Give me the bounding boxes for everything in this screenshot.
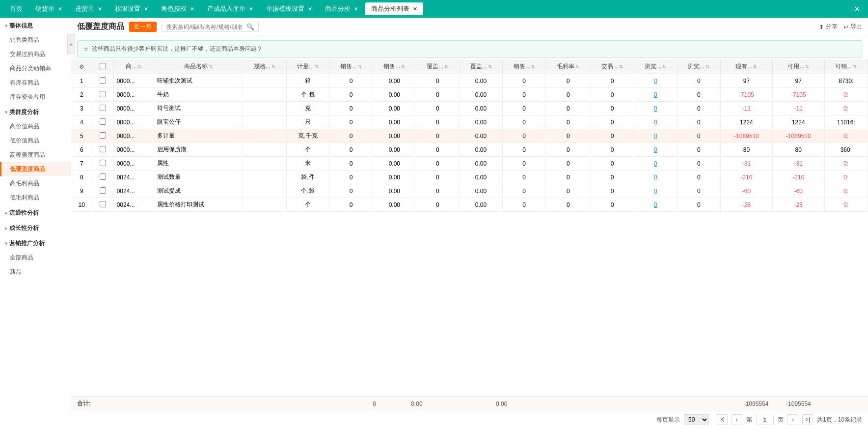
sidebar-section-marketing[interactable]: ▾ 营销推广分析 (0, 235, 71, 251)
row-current-stock: -7105 (720, 88, 772, 102)
col-checkbox[interactable] (92, 59, 113, 74)
row-no: 2 (71, 88, 92, 102)
sidebar-item-low-coverage[interactable]: 低覆盖度商品 (0, 162, 71, 176)
row-browse1[interactable]: 0 (634, 88, 677, 102)
col-settings[interactable]: ⚙ (71, 59, 92, 74)
sidebar-item-traded-goods[interactable]: 交易过的商品 (0, 47, 71, 61)
share-button[interactable]: ⬆ 分享 (819, 23, 838, 31)
row-cover2: 0.00 (459, 129, 502, 143)
col-sales-count[interactable]: 销售...⇅ (503, 59, 546, 74)
col-saleable[interactable]: 可销...⇅ (824, 59, 868, 74)
close-icon[interactable]: ✕ (58, 6, 62, 12)
prev-page-button[interactable]: ‹ (732, 414, 742, 425)
export-button[interactable]: ↩ 导出 (843, 23, 862, 31)
nav-item-perms[interactable]: 权限设置 ✕ (109, 2, 154, 15)
col-sales-qty[interactable]: 销售...⇅ (329, 59, 373, 74)
row-browse1[interactable]: 0 (634, 198, 677, 212)
page-input[interactable] (756, 415, 774, 425)
row-checkbox[interactable] (92, 88, 113, 102)
sidebar-section-flow[interactable]: ▸ 流通性分析 (0, 205, 71, 220)
sidebar-item-all-goods[interactable]: 全部商品 (0, 251, 71, 265)
row-checkbox[interactable] (92, 171, 113, 184)
row-browse1[interactable]: 0 (634, 171, 677, 184)
col-unit[interactable]: 计量...⇅ (286, 59, 329, 74)
row-unit: 米 (286, 157, 329, 171)
row-checkbox[interactable] (92, 198, 113, 212)
sidebar-item-high-margin[interactable]: 高毛利商品 (0, 176, 71, 191)
row-sales-count: 0 (503, 74, 546, 88)
search-icon[interactable]: 🔍 (246, 23, 254, 30)
close-icon[interactable]: ✕ (413, 6, 417, 12)
row-browse1[interactable]: 0 (634, 157, 677, 171)
close-icon[interactable]: ✕ (190, 6, 194, 12)
search-input[interactable] (166, 24, 244, 30)
close-icon[interactable]: ✕ (144, 6, 148, 12)
row-checkbox[interactable] (92, 143, 113, 157)
nav-item-finished[interactable]: 产成品入库单 ✕ (201, 2, 259, 15)
sidebar-item-low-value[interactable]: 低价值商品 (0, 134, 71, 148)
close-icon[interactable]: ✕ (98, 6, 102, 12)
row-checkbox[interactable] (92, 74, 113, 88)
col-cover1[interactable]: 覆盖...⇅ (416, 59, 459, 74)
row-saleable: 0: (824, 88, 868, 102)
period-button[interactable]: 近一月 (129, 22, 157, 32)
row-spec (243, 88, 286, 102)
row-browse1[interactable]: 0 (634, 102, 677, 115)
col-current-stock[interactable]: 现有...⇅ (720, 59, 772, 74)
col-spec[interactable]: 规格...⇅ (243, 59, 286, 74)
nav-item-analysis[interactable]: 商品分析 ✕ (319, 2, 364, 15)
last-page-button[interactable]: >| (802, 414, 813, 425)
row-browse1[interactable]: 0 (634, 143, 677, 157)
row-checkbox[interactable] (92, 184, 113, 198)
row-browse1[interactable]: 0 (634, 74, 677, 88)
table-row: 8 0024... 测试数量 袋,件 0 0.00 0 0.00 0 0 0 0… (71, 171, 868, 184)
sidebar-section-overall[interactable]: ▾ 整体信息 (0, 18, 71, 33)
select-all-checkbox[interactable] (100, 63, 106, 69)
close-icon[interactable]: ✕ (308, 6, 312, 12)
row-browse1[interactable]: 0 (634, 129, 677, 143)
nav-item-role[interactable]: 角色授权 ✕ (155, 2, 200, 15)
col-avail-stock[interactable]: 可用...⇅ (772, 59, 824, 74)
sidebar-section-cluster[interactable]: ▾ 类群度分析 (0, 104, 71, 119)
col-name[interactable]: 商品名称⇅ (154, 59, 243, 74)
col-sales-amt[interactable]: 销售...⇅ (373, 59, 416, 74)
col-browse2[interactable]: 浏览...⇅ (677, 59, 720, 74)
row-unit: 个,包 (286, 88, 329, 102)
sidebar-collapse-button[interactable]: « (67, 34, 75, 54)
close-icon[interactable]: ✕ (249, 6, 253, 12)
sidebar-item-high-value[interactable]: 高价值商品 (0, 119, 71, 134)
row-no: 1 (71, 74, 92, 88)
sidebar-item-stock-fund[interactable]: 库存资金占用 (0, 90, 71, 104)
col-trade[interactable]: 交易...⇅ (591, 59, 634, 74)
col-browse1[interactable]: 浏览...⇅ (634, 59, 677, 74)
row-browse2: 0 (677, 184, 720, 198)
sidebar-item-new-goods[interactable]: 新品 (0, 265, 71, 279)
close-icon[interactable]: ✕ (354, 6, 358, 12)
row-checkbox[interactable] (92, 102, 113, 115)
col-cover2[interactable]: 覆盖...⇅ (459, 59, 502, 74)
close-all-button[interactable]: ✕ (850, 4, 864, 14)
row-checkbox[interactable] (92, 157, 113, 171)
nav-item-home[interactable]: 首页 (4, 2, 28, 15)
sidebar-item-low-margin[interactable]: 低毛利商品 (0, 191, 71, 205)
row-current-stock: -28 (720, 198, 772, 212)
sidebar-section-growth[interactable]: ▸ 成长性分析 (0, 220, 71, 235)
sidebar-item-stocked-goods[interactable]: 有库存商品 (0, 76, 71, 90)
col-margin[interactable]: 毛利率⇅ (546, 59, 591, 74)
row-cover1: 0 (416, 157, 459, 171)
page-size-select[interactable]: 50 100 200 (684, 414, 709, 425)
nav-item-purchase[interactable]: 进货单 ✕ (69, 2, 108, 15)
row-checkbox[interactable] (92, 129, 113, 143)
col-code[interactable]: 商...⇅ (113, 59, 154, 74)
nav-item-analysis-list[interactable]: 商品分析列表 ✕ (365, 2, 423, 15)
nav-item-sales[interactable]: 销货单 ✕ (29, 2, 68, 15)
sidebar-item-category-rate[interactable]: 商品分类动销率 (0, 61, 71, 76)
sidebar-item-high-coverage[interactable]: 高覆盖度商品 (0, 148, 71, 162)
row-browse1[interactable]: 0 (634, 115, 677, 129)
row-checkbox[interactable] (92, 115, 113, 129)
row-browse1[interactable]: 0 (634, 184, 677, 198)
nav-item-template[interactable]: 单据模板设置 ✕ (260, 2, 318, 15)
first-page-button[interactable]: K (717, 414, 728, 425)
sidebar-item-sales-goods[interactable]: 销售类商品 (0, 33, 71, 47)
next-page-button[interactable]: › (787, 414, 798, 425)
